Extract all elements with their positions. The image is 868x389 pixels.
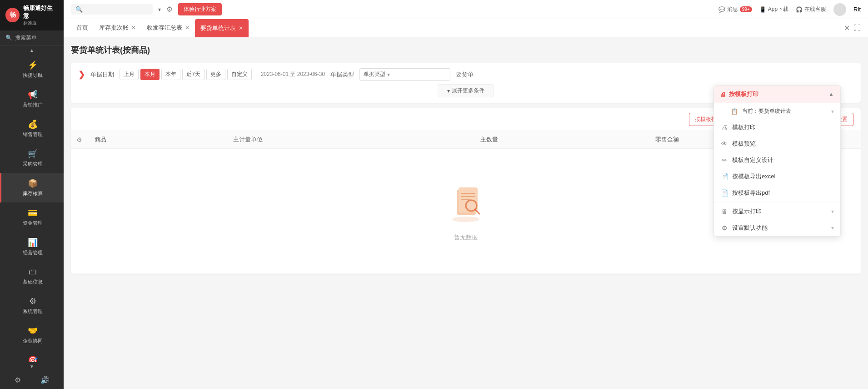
- tab-home[interactable]: 首页: [71, 19, 94, 37]
- basic-icon: 🗃: [29, 267, 37, 277]
- sidebar-item-quick-nav[interactable]: ⚡ 快捷导航: [0, 55, 64, 84]
- sidebar-item-operations[interactable]: 📊 经营管理: [0, 232, 64, 262]
- app-title: 畅康通好生意: [23, 5, 58, 20]
- message-icon: 💬: [718, 6, 725, 13]
- dropdown-item-export-pdf[interactable]: 📄 按模板导出pdf: [714, 185, 840, 201]
- empty-icon: [443, 181, 489, 226]
- date-btns: 上月 本月 本年 近7天 更多 自定义: [120, 69, 252, 80]
- sidebar: 畅 畅康通好生意 标准版 🔍 搜索菜单 ▲ ⚡ 快捷导航 📢 营销推广 💰 销售…: [0, 0, 64, 389]
- header-right: 💬 消息 99+ 📱 App下载 🎧 在线客服 Rit: [718, 3, 861, 16]
- print-dropdown-icon: 🖨: [720, 91, 726, 98]
- sidebar-search[interactable]: 🔍 搜索菜单: [0, 30, 64, 46]
- order-type-select[interactable]: 单据类型 ▾: [359, 68, 450, 81]
- header-dropdown[interactable]: ▾: [158, 6, 161, 13]
- app-subtitle: 标准版: [23, 20, 58, 26]
- sidebar-item-sales-label: 销售管理: [23, 131, 43, 138]
- dropdown-current-template[interactable]: 📋 当前：要货单统计表 ▾: [714, 103, 840, 119]
- dropdown-item-export-excel[interactable]: 📄 按模板导出excel: [714, 168, 840, 185]
- date-btn-last-month[interactable]: 上月: [120, 69, 139, 80]
- header-msg-label: 消息: [727, 5, 738, 13]
- user-avatar[interactable]: [833, 3, 846, 16]
- sidebar-item-purchase-label: 采购管理: [23, 161, 43, 167]
- tab-order-stats-close[interactable]: ✕: [239, 25, 243, 31]
- date-btn-custom[interactable]: 自定义: [227, 69, 252, 80]
- trial-btn[interactable]: 体验行业方案: [178, 3, 222, 15]
- header-search-input[interactable]: [85, 6, 140, 13]
- operations-icon: 📊: [28, 237, 38, 248]
- sidebar-item-system[interactable]: ⚙ 系统管理: [0, 291, 64, 320]
- dropdown-divider-1: [714, 202, 840, 202]
- dropdown-item-template-preview[interactable]: 👁 模板预览: [714, 136, 840, 152]
- export-excel-label: 按模板导出excel: [732, 172, 834, 181]
- template-print-label: 模板打印: [732, 123, 834, 131]
- dropdown-item-display-print[interactable]: 🖥 按显示打印 ▾: [714, 203, 840, 220]
- col-unit: 主计量单位: [228, 131, 475, 149]
- filter-expand-btn[interactable]: ❯: [78, 70, 85, 80]
- sidebar-scroll-down[interactable]: ▼: [0, 362, 64, 371]
- tab-batch-account-close[interactable]: ✕: [131, 25, 136, 31]
- sales-icon: 💰: [28, 119, 38, 129]
- col-qty: 主数量: [475, 131, 650, 149]
- dropdown-item-template-print[interactable]: 🖨 模板打印: [714, 119, 840, 136]
- header-message-item[interactable]: 💬 消息 99+: [718, 5, 752, 13]
- print-dropdown-title: 按模板打印: [729, 90, 758, 98]
- date-btn-current-year[interactable]: 本年: [161, 69, 180, 80]
- order-type-arrow-icon: ▾: [387, 71, 390, 78]
- sidebar-item-marketing[interactable]: 📢 营销推广: [0, 84, 64, 114]
- sidebar-item-finance[interactable]: 💳 资金管理: [0, 202, 64, 232]
- set-default-arrow-icon: ▾: [831, 225, 834, 231]
- expand-more-btn[interactable]: ▾ 展开更多条件: [438, 84, 494, 97]
- date-btn-current-month[interactable]: 本月: [140, 69, 160, 80]
- sidebar-sound-btn[interactable]: 🔊: [40, 376, 50, 384]
- search-icon: 🔍: [5, 35, 12, 41]
- tab-order-stats-label: 要货单统计表: [200, 24, 236, 32]
- tab-receipt-summary[interactable]: 收发存汇总表 ✕: [141, 19, 195, 37]
- column-settings-icon[interactable]: ⚙: [76, 136, 82, 143]
- inventory-icon: 📦: [28, 178, 38, 188]
- display-print-icon: 🖥: [720, 208, 728, 215]
- tab-close-all-btn[interactable]: ✕: [844, 24, 850, 32]
- sidebar-item-operations-label: 经营管理: [23, 249, 43, 256]
- guide-icon: 🎯: [28, 355, 38, 362]
- dropdown-item-set-default[interactable]: ⚙ 设置默认功能 ▾: [714, 220, 840, 236]
- order-type-label: 单据类型: [330, 71, 354, 79]
- template-preview-label: 模板预览: [732, 140, 834, 148]
- sidebar-settings-btn[interactable]: ⚙: [15, 376, 21, 384]
- date-btn-more[interactable]: 更多: [206, 69, 225, 80]
- expand-more-label: 展开更多条件: [452, 87, 484, 95]
- order-type-value: 单据类型: [364, 71, 385, 78]
- sidebar-item-system-label: 系统管理: [23, 308, 43, 315]
- sidebar-item-marketing-label: 营销推广: [23, 101, 43, 108]
- empty-text: 暂无数据: [454, 233, 478, 242]
- template-print-icon: 🖨: [720, 124, 728, 131]
- template-icon: 📋: [730, 108, 738, 115]
- tab-order-stats[interactable]: 要货单统计表 ✕: [195, 19, 249, 37]
- display-print-arrow-icon: ▾: [831, 208, 834, 215]
- export-excel-icon: 📄: [720, 173, 728, 180]
- print-dropdown: 🖨 按模板打印 ▲ 📋 当前：要货单统计表 ▾ 🖨 模板打印 👁 模板预览: [713, 85, 841, 237]
- sidebar-item-cooperation-label: 企业协同: [23, 338, 43, 344]
- sidebar-item-inventory-label: 库存核算: [23, 190, 43, 197]
- page-title: 要货单统计表(按商品): [71, 45, 861, 56]
- sidebar-item-inventory[interactable]: 📦 库存核算: [0, 173, 64, 202]
- dropdown-item-template-custom[interactable]: ✏ 模板自定义设计: [714, 152, 840, 168]
- header-settings-icon[interactable]: ⚙: [166, 5, 173, 14]
- header-search-box[interactable]: 🔍: [71, 4, 153, 15]
- app-download-label: App下载: [768, 5, 788, 13]
- sidebar-item-basic[interactable]: 🗃 基础信息: [0, 262, 64, 291]
- sidebar-item-cooperation[interactable]: 🤝 企业协同: [0, 320, 64, 350]
- header-app-download[interactable]: 📱 App下载: [759, 5, 788, 13]
- col-product: 商品: [89, 131, 228, 149]
- tab-maximize-btn[interactable]: ⛶: [853, 24, 861, 32]
- sidebar-item-guide[interactable]: 🎯 新手引导: [0, 350, 64, 362]
- dropdown-collapse-btn[interactable]: ▲: [828, 91, 834, 97]
- sidebar-item-sales[interactable]: 💰 销售管理: [0, 114, 64, 143]
- purchase-icon: 🛒: [28, 149, 38, 159]
- header-online-service[interactable]: 🎧 在线客服: [796, 5, 826, 13]
- tab-batch-account[interactable]: 库存批次账 ✕: [94, 19, 141, 37]
- date-btn-last-7-days[interactable]: 近7天: [182, 69, 205, 80]
- sidebar-scroll-up[interactable]: ▲: [0, 46, 64, 55]
- tab-receipt-summary-label: 收发存汇总表: [147, 24, 182, 32]
- sidebar-item-purchase[interactable]: 🛒 采购管理: [0, 143, 64, 173]
- tab-receipt-summary-close[interactable]: ✕: [185, 25, 190, 31]
